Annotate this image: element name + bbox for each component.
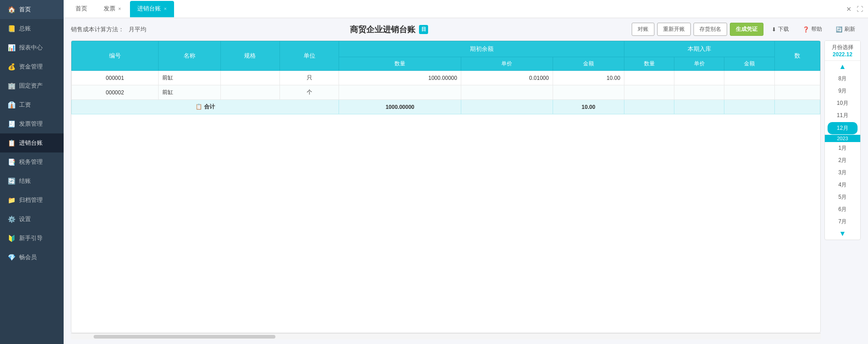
cost-method-label: 销售成本计算方法： (71, 25, 124, 34)
guide-icon: 🔰 (7, 235, 15, 242)
cell-danwei: 只 (279, 71, 339, 85)
tab-invoice-label: 发票 (104, 5, 115, 13)
month-2022-9[interactable]: 9月 (825, 85, 860, 97)
month-2022-12[interactable]: 12月 (828, 122, 858, 134)
total-qc-shuliang: 1000.00000 (339, 100, 461, 114)
table-container[interactable]: 编号 名称 规格 单位 期初余额 本期入库 数 数量 单价 (71, 40, 821, 333)
total-rk-shuliang (624, 100, 674, 114)
page-title: 商贸企业进销台账 目 (151, 24, 627, 35)
reopen-button[interactable]: 重新开账 (657, 23, 691, 36)
month-2023-6[interactable]: 6月 (825, 203, 860, 216)
sidebar-item-salary[interactable]: 👔 工资 (0, 95, 64, 114)
sidebar-item-funds[interactable]: 💰 资金管理 (0, 57, 64, 76)
funds-icon: 💰 (7, 63, 15, 70)
month-panel-title: 月份选择 (828, 44, 857, 51)
sidebar-item-tax[interactable]: 📑 税务管理 (0, 152, 64, 172)
salary-icon: 👔 (7, 101, 15, 108)
month-2023-3[interactable]: 3月 (825, 167, 860, 179)
help-icon: ❓ (803, 26, 809, 33)
cell-qc-jine (553, 85, 624, 100)
horizontal-scrollbar[interactable] (71, 333, 821, 339)
cell-mingcheng: 前缸 (158, 71, 220, 85)
duizhang-button[interactable]: 对账 (632, 23, 654, 36)
vip-icon: 💎 (7, 254, 15, 261)
sidebar-item-vip[interactable]: 💎 畅会员 (0, 248, 64, 267)
sidebar-item-label: 总账 (19, 25, 31, 33)
sidebar-item-label: 新手引导 (19, 234, 43, 242)
col-bianhao: 编号 (72, 41, 159, 71)
generate-button[interactable]: 生成凭证 (730, 23, 763, 36)
sidebar-item-checkout[interactable]: 🔄 结账 (0, 172, 64, 191)
table-row: 000001 前缸 只 1000.00000 0.01000 10.00 (72, 71, 820, 85)
col-danwei: 单位 (279, 41, 339, 71)
download-icon: ⬇ (772, 26, 776, 33)
sidebar-item-label: 畅会员 (19, 253, 37, 261)
month-2023-7[interactable]: 7月 (825, 216, 860, 228)
cell-rk-danjia (674, 85, 724, 100)
cell-qc-danjia: 0.01000 (461, 71, 553, 85)
total-row: 📋 合计 1000.00000 10.00 (72, 100, 820, 114)
sidebar-item-label: 首页 (19, 5, 31, 14)
scroll-down-arrow[interactable]: ▼ (825, 228, 860, 240)
month-2023-1[interactable]: 1月 (825, 142, 860, 154)
month-2023-2[interactable]: 2月 (825, 154, 860, 167)
cell-danwei: 个 (279, 85, 339, 100)
sidebar-item-fixed-assets[interactable]: 🏢 固定资产 (0, 76, 64, 95)
sidebar-item-label: 设置 (19, 215, 31, 223)
maximize-button[interactable]: ⛶ (856, 5, 863, 13)
cell-more (774, 85, 820, 100)
scroll-up-arrow[interactable]: ▲ (825, 61, 860, 73)
save-alias-button[interactable]: 存货别名 (693, 23, 727, 36)
month-panel-current: 2022.12 (828, 51, 857, 58)
col-more: 数 (774, 41, 820, 71)
sidebar-item-label: 进销台账 (19, 139, 43, 147)
sidebar-item-trade-ledger[interactable]: 📋 进销台账 (0, 133, 64, 152)
ledger-icon: 📒 (7, 25, 15, 32)
content-area: 销售成本计算方法： 月平均 商贸企业进销台账 目 对账 重新开账 存货别名 生成… (64, 18, 868, 344)
month-2023-4[interactable]: 4月 (825, 179, 860, 191)
total-more (774, 100, 820, 114)
col-rk-jine: 金额 (724, 57, 774, 71)
tab-trade-ledger[interactable]: 进销台账 × (130, 1, 174, 17)
month-2022-11[interactable]: 11月 (825, 109, 860, 122)
main-content: 首页 发票 × 进销台账 × ✕ ⛶ 销售成本计算方法： 月平均 商贸企业进销台… (64, 0, 868, 344)
total-rk-jine (724, 100, 774, 114)
sidebar-item-invoice-mgmt[interactable]: 🧾 发票管理 (0, 114, 64, 133)
sidebar-item-label: 资金管理 (19, 63, 43, 71)
month-panel-header: 月份选择 2022.12 (825, 41, 860, 61)
content-main: 编号 名称 规格 单位 期初余额 本期入库 数 数量 单价 (71, 40, 861, 339)
sidebar-item-archive[interactable]: 📁 归档管理 (0, 191, 64, 210)
sidebar-item-settings[interactable]: ⚙️ 设置 (0, 210, 64, 229)
total-rk-danjia (674, 100, 724, 114)
help-button[interactable]: ❓ 帮助 (797, 23, 828, 35)
sidebar-item-label: 结账 (19, 177, 31, 185)
month-panel: 月份选择 2022.12 ▲ 8月 9月 10月 11月 12月 2023 1月… (824, 40, 861, 240)
close-button[interactable]: ✕ (845, 5, 853, 13)
cost-method-value: 月平均 (129, 25, 146, 34)
tab-trade-ledger-label: 进销台账 (137, 5, 161, 13)
tab-trade-ledger-close[interactable]: × (164, 6, 166, 11)
cell-guige (220, 85, 279, 100)
title-icon: 目 (419, 25, 428, 34)
tab-invoice-close[interactable]: × (118, 6, 121, 11)
sidebar-item-reports[interactable]: 📊 报表中心 (0, 38, 64, 57)
month-2023-5[interactable]: 5月 (825, 191, 860, 203)
col-rk-shuliang: 数量 (624, 57, 674, 71)
toolbar-row: 销售成本计算方法： 月平均 商贸企业进销台账 目 对账 重新开账 存货别名 生成… (71, 23, 861, 36)
tab-invoice[interactable]: 发票 × (96, 1, 128, 17)
refresh-button[interactable]: 🔄 刷新 (830, 23, 861, 35)
tab-home[interactable]: 首页 (68, 1, 95, 17)
sidebar-item-general-ledger[interactable]: 📒 总账 (0, 19, 64, 38)
archive-icon: 📁 (7, 197, 15, 204)
cell-qc-danjia (461, 85, 553, 100)
title-text: 商贸企业进销台账 (350, 24, 415, 35)
download-button[interactable]: ⬇ 下载 (766, 23, 794, 35)
month-2022-8[interactable]: 8月 (825, 73, 860, 85)
cell-qc-jine: 10.00 (553, 71, 624, 85)
col-benqiruku: 本期入库 (624, 41, 774, 57)
sidebar-item-home[interactable]: 🏠 首页 (0, 0, 64, 19)
cell-more (774, 71, 820, 85)
month-2022-10[interactable]: 10月 (825, 97, 860, 109)
sidebar-item-guide[interactable]: 🔰 新手引导 (0, 229, 64, 248)
col-qc-jine: 金额 (553, 57, 624, 71)
